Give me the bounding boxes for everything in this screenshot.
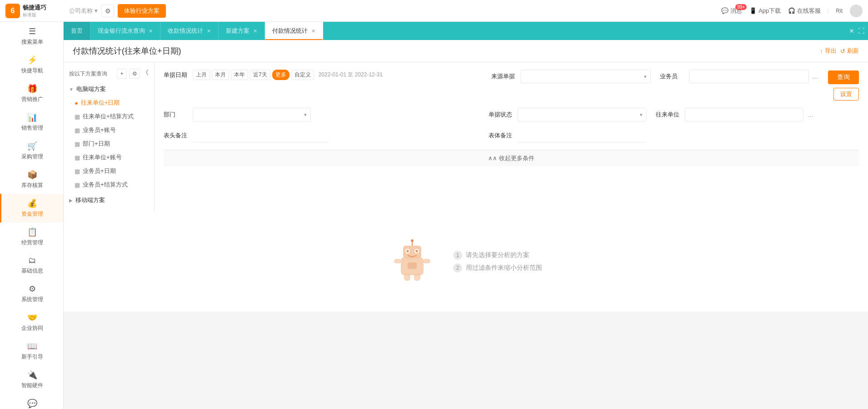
guide-icon: 📖: [27, 341, 37, 351]
tab-expand-icon[interactable]: ⛶: [858, 27, 864, 35]
partner-select[interactable]: [685, 108, 804, 121]
scheme-item-salesperson-date[interactable]: ▦ 业务员+日期: [64, 164, 154, 178]
topbar-right: 💬 消息 99+ 📱 App下载 🎧 在线客服 Rit: [721, 5, 863, 17]
export-icon: ↑: [820, 48, 823, 55]
settings-small-button[interactable]: 设置: [833, 88, 859, 101]
scheme-item-salesperson-account[interactable]: ▦ 业务员+账号: [64, 123, 154, 137]
doc-status-arrow: ▾: [640, 112, 643, 118]
scheme-desktop-group: ▼ 电脑端方案 ● 往来单位+日期 ▦ 往来单位+结算方式 ▦: [64, 82, 154, 192]
scheme-item-partner-settlement[interactable]: ▦ 往来单位+结算方式: [64, 110, 154, 123]
sidebar-item-wechat[interactable]: 💬 企业微信: [0, 394, 63, 409]
partner-field: 往来单位 …: [656, 108, 814, 121]
scheme-item-dept-date[interactable]: ▦ 部门+日期: [64, 137, 154, 151]
query-button[interactable]: 查询: [828, 71, 859, 84]
company-selector[interactable]: 公司名称 ▾: [69, 7, 98, 15]
hint-num-1: 1: [453, 251, 462, 260]
user-avatar[interactable]: [850, 5, 863, 17]
svg-rect-8: [394, 259, 401, 263]
online-service[interactable]: 🎧 在线客服: [788, 7, 821, 15]
export-button[interactable]: ↑ 导出: [820, 47, 837, 55]
source-doc-label: 来源单据: [491, 72, 517, 81]
tab-receipt-stats[interactable]: 收款情况统计 ✕: [160, 22, 219, 40]
scheme-item-partner-date[interactable]: ● 往来单位+日期: [64, 96, 154, 110]
header-note-input[interactable]: [193, 129, 329, 142]
date-btn-7days[interactable]: 近7天: [250, 70, 270, 80]
date-btn-custom[interactable]: 自定义: [291, 70, 314, 80]
body-note-input[interactable]: [518, 129, 647, 142]
hint-num-2: 2: [453, 263, 462, 273]
scheme-collapse-icon[interactable]: 《: [142, 69, 149, 79]
sidebar-item-operations[interactable]: 📋 经营管理: [0, 222, 63, 251]
trial-button[interactable]: 体验行业方案: [118, 4, 166, 18]
sidebar-sales-label: 销售管理: [21, 124, 43, 132]
salesperson-more-btn[interactable]: …: [813, 73, 819, 80]
partner-label: 往来单位: [656, 111, 681, 119]
sidebar-collab-label: 企业协同: [21, 324, 43, 332]
date-btn-more[interactable]: 更多: [272, 70, 289, 80]
date-btn-this-month[interactable]: 本月: [212, 70, 229, 80]
sidebar-hardware-label: 智能硬件: [21, 382, 43, 389]
company-name: 公司名称: [69, 7, 93, 15]
sidebar-quicknav-label: 快捷导航: [21, 67, 43, 75]
salesperson-field: 业务员 …: [660, 70, 819, 83]
date-field: 单据日期 上月 本月 本年 近7天 更多 自定义 2022-01-01 至 20…: [164, 70, 482, 80]
source-doc-arrow: ▾: [644, 74, 647, 80]
scheme-settings-icon[interactable]: ⚙: [130, 69, 140, 79]
tab-new-scheme[interactable]: 新建方案 ✕: [219, 22, 265, 40]
quicknav-icon: ⚡: [27, 55, 37, 65]
sidebar-item-finance[interactable]: 💰 资金管理: [0, 194, 63, 222]
sidebar-item-sales[interactable]: 📊 销售管理: [0, 108, 63, 136]
sidebar-item-basic[interactable]: 🗂 基础信息: [0, 251, 63, 279]
tab-home[interactable]: 首页: [64, 22, 90, 40]
sidebar-item-marketing[interactable]: 🎁 营销推广: [0, 79, 63, 108]
topbar-settings-icon[interactable]: ⚙: [101, 5, 114, 17]
notification-icon[interactable]: 💬 消息 99+: [721, 7, 742, 15]
partner-more-btn[interactable]: …: [807, 111, 813, 118]
tab-close-payment-stats[interactable]: ✕: [311, 28, 315, 34]
empty-hints: 1 请先选择要分析的方案 2 用过滤条件来缩小分析范围: [453, 251, 542, 273]
scheme-mobile-group[interactable]: ▶ 移动端方案: [64, 193, 154, 207]
dept-select[interactable]: ▾: [193, 108, 311, 121]
scheme-item-partner-account[interactable]: ▦ 往来单位+账号: [64, 151, 154, 164]
sidebar-item-collab[interactable]: 🤝 企业协同: [0, 308, 63, 337]
user-info: Rit: [836, 8, 843, 14]
sidebar-item-search[interactable]: ☰ 搜索菜单: [0, 22, 63, 50]
salesperson-select[interactable]: [689, 70, 809, 83]
header-note-label: 表头备注: [164, 131, 189, 140]
date-label: 单据日期: [164, 71, 189, 79]
scheme-add-icon[interactable]: +: [117, 69, 127, 79]
sidebar-item-guide[interactable]: 📖 新手引导: [0, 337, 63, 365]
svg-rect-9: [423, 259, 430, 263]
svg-rect-10: [404, 273, 410, 281]
refresh-button[interactable]: ↺ 刷新: [840, 47, 859, 55]
scheme-header-actions: + ⚙ 《: [117, 69, 149, 79]
sidebar-item-system[interactable]: ⚙ 系统管理: [0, 279, 63, 308]
scheme-item-radio-icon: ●: [75, 100, 78, 106]
sidebar-item-inventory[interactable]: 📦 库存核算: [0, 165, 63, 194]
topbar-middle: 公司名称 ▾ ⚙ 体验行业方案: [69, 4, 721, 18]
app-download[interactable]: 📱 App下载: [749, 7, 781, 15]
sidebar-operations-label: 经营管理: [21, 239, 43, 247]
sidebar-item-quicknav[interactable]: ⚡ 快捷导航: [0, 50, 63, 79]
svg-point-4: [407, 250, 409, 252]
tab-close-cash-flow[interactable]: ✕: [149, 28, 153, 34]
tab-cash-flow[interactable]: 现金银行流水查询 ✕: [90, 22, 160, 40]
body-note-label: 表体备注: [489, 131, 514, 140]
date-btn-this-year[interactable]: 本年: [231, 70, 248, 80]
empty-robot-illustration: [389, 239, 435, 284]
collapse-button[interactable]: ∧∧ 收起更多条件: [488, 154, 534, 162]
tab-close-receipt-stats[interactable]: ✕: [207, 28, 211, 34]
source-doc-select[interactable]: ▾: [520, 70, 651, 83]
scheme-desktop-title[interactable]: ▼ 电脑端方案: [64, 82, 154, 96]
sidebar-item-hardware[interactable]: 🔌 智能硬件: [0, 365, 63, 394]
scheme-item-table-icon-5: ▦: [75, 182, 80, 188]
empty-hint-2: 2 用过滤条件来缩小分析范围: [453, 263, 542, 273]
tab-close-new-scheme[interactable]: ✕: [253, 28, 257, 34]
scheme-item-salesperson-settlement[interactable]: ▦ 业务员+结算方式: [64, 178, 154, 192]
tab-payment-stats[interactable]: 付款情况统计 ✕: [265, 22, 323, 40]
doc-status-select[interactable]: ▾: [518, 108, 647, 121]
sidebar-item-purchase[interactable]: 🛒 采购管理: [0, 136, 63, 165]
dropdown-arrow: ▾: [95, 7, 98, 14]
tab-close-all-icon[interactable]: ✕: [849, 27, 854, 35]
date-btn-last-month[interactable]: 上月: [193, 70, 210, 80]
